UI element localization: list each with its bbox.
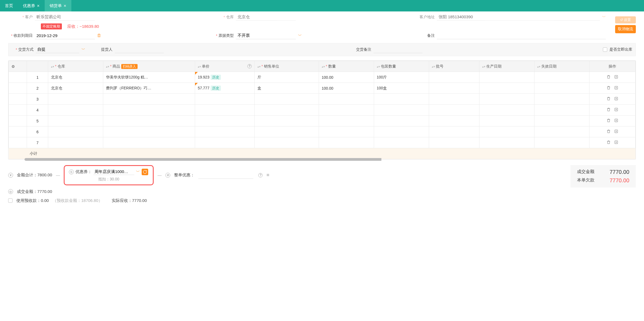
delete-icon[interactable] bbox=[606, 129, 611, 134]
subtotal-label: 小计 bbox=[30, 151, 37, 156]
required-icon: * bbox=[11, 34, 13, 38]
sort-icon[interactable]: ▴▾ bbox=[198, 66, 201, 67]
refresh-coupon-button[interactable] bbox=[142, 169, 148, 175]
horizontal-scrollbar[interactable] bbox=[25, 158, 619, 161]
table-row[interactable]: 5 bbox=[9, 116, 636, 126]
table-row[interactable]: 7 bbox=[9, 137, 636, 148]
chevron-down-icon[interactable]: ﹀ bbox=[298, 33, 302, 38]
picker-field[interactable] bbox=[115, 46, 164, 53]
summary-owed-value: 7770.00 bbox=[610, 177, 629, 184]
sort-icon[interactable]: ▴▾ bbox=[377, 66, 380, 67]
coupon-icon: ⎘ bbox=[69, 169, 74, 174]
sort-icon[interactable]: ▴▾ bbox=[257, 66, 261, 67]
chevron-down-icon[interactable]: ﹀ bbox=[602, 15, 606, 20]
due-date-field[interactable] bbox=[35, 32, 95, 39]
amount-total-value: 7800.00 bbox=[37, 172, 52, 177]
label-bill-type: 票据类型 bbox=[218, 33, 234, 38]
label-delivery-remark: 交货备注 bbox=[350, 47, 371, 52]
use-prepay-value: 0.00 bbox=[41, 198, 49, 203]
label-delivery-method: 交货方式 bbox=[18, 47, 34, 52]
delete-icon[interactable] bbox=[606, 96, 611, 101]
sort-icon[interactable]: ▴▾ bbox=[432, 66, 435, 67]
table-row[interactable]: 3 bbox=[9, 94, 636, 105]
coupon-highlight-box: ⎘ 优惠券： ﹀ 抵扣：30.00 bbox=[64, 165, 154, 185]
coupon-deduct-label: 抵扣： bbox=[98, 177, 110, 181]
add-row-icon[interactable] bbox=[614, 129, 618, 134]
bill-type-field[interactable] bbox=[236, 32, 296, 39]
col-prod-date[interactable]: 生产日期 bbox=[486, 64, 502, 68]
col-sale-unit[interactable]: 销售单位 bbox=[264, 64, 279, 68]
coupon-select[interactable] bbox=[93, 169, 134, 175]
scan-entry-badge[interactable]: 扫码录入 bbox=[121, 64, 138, 69]
add-row-icon[interactable] bbox=[614, 107, 618, 112]
col-exp-date[interactable]: 失效日期 bbox=[541, 64, 557, 68]
sort-icon[interactable]: ▴▾ bbox=[322, 66, 325, 67]
tabs-bar: 首页 优惠券✕ 销货单✕ bbox=[0, 0, 644, 11]
chevron-down-icon[interactable]: ﹀ bbox=[136, 169, 140, 174]
table-row[interactable]: 6 bbox=[9, 126, 636, 137]
delete-icon[interactable] bbox=[606, 75, 611, 79]
warehouse-field[interactable] bbox=[236, 14, 296, 21]
customer-address-field[interactable] bbox=[437, 14, 600, 21]
coupon-deduct-value: 30.00 bbox=[110, 177, 119, 181]
tab-sales-order[interactable]: 销货单✕ bbox=[45, 0, 71, 11]
table-row[interactable]: 1 北京仓 华美华夫软饼1200g 糕… 19.923历史 斤 100.00 1… bbox=[9, 72, 636, 83]
summary-deal-label: 成交金额 bbox=[577, 169, 594, 175]
delete-icon[interactable] bbox=[606, 86, 611, 90]
items-table: ⚙ ▴▾*仓库 ▴▾*商品扫码录入 ▴▾单价? ▴▾*销售单位 ▴▾*数量 ▴▾… bbox=[8, 60, 636, 159]
table-row[interactable]: 2 北京仓 费列罗（FERRERO）巧… 57.777历史 盒 100.00 1… bbox=[9, 83, 636, 94]
sort-icon[interactable]: ▴▾ bbox=[51, 66, 54, 67]
chevron-down-icon[interactable]: ﹀ bbox=[81, 47, 85, 52]
label-warehouse: 仓库 bbox=[226, 15, 234, 20]
amount-total-label: 金额合计： bbox=[17, 172, 37, 177]
tab-coupon[interactable]: 优惠券✕ bbox=[18, 0, 45, 11]
deal-amount-label: 成交金额： bbox=[17, 189, 37, 194]
prepay-balance: （预收款金额：18706.80） bbox=[53, 198, 102, 203]
use-prepay-checkbox[interactable] bbox=[8, 198, 13, 203]
use-prepay-label: 使用预收款： bbox=[16, 198, 41, 203]
delete-icon[interactable] bbox=[606, 118, 611, 123]
col-price[interactable]: 单价 bbox=[202, 64, 209, 68]
sort-icon[interactable]: ▴▾ bbox=[106, 66, 109, 67]
help-icon[interactable]: ? bbox=[258, 173, 263, 177]
sort-icon[interactable]: ▴▾ bbox=[482, 66, 485, 67]
summary-deal-value: 7770.00 bbox=[610, 169, 629, 175]
add-row-icon[interactable] bbox=[614, 140, 618, 144]
delivery-bar: *交货方式 ﹀ 提货人 交货备注 是否立即出库 bbox=[8, 43, 636, 56]
sort-icon[interactable]: ▴▾ bbox=[537, 66, 540, 67]
remark-field[interactable] bbox=[437, 32, 606, 39]
cancel-logistics-button[interactable]: 取消物流 bbox=[615, 25, 636, 33]
customer-field[interactable] bbox=[35, 14, 95, 21]
col-product[interactable]: 商品 bbox=[113, 64, 120, 68]
label-immediate-out: 是否立即出库 bbox=[609, 47, 632, 52]
delivery-remark-field[interactable] bbox=[373, 46, 423, 53]
delete-icon[interactable] bbox=[606, 140, 611, 144]
required-icon: * bbox=[16, 47, 17, 52]
footer-summary: 成交金额7770.00 本单欠款7770.00 bbox=[570, 165, 636, 187]
add-row-icon[interactable] bbox=[614, 118, 618, 123]
order-discount-label: 整单优惠： bbox=[174, 172, 195, 178]
add-row-icon[interactable] bbox=[614, 96, 618, 101]
calendar-icon[interactable]: 🗓 bbox=[97, 33, 101, 38]
coupon-label: 优惠券： bbox=[75, 169, 92, 174]
col-op: 操作 bbox=[590, 61, 636, 72]
gear-icon[interactable]: ⚙ bbox=[11, 64, 15, 69]
tab-home[interactable]: 首页 bbox=[0, 0, 18, 11]
help-icon[interactable]: ? bbox=[247, 64, 252, 68]
order-discount-field[interactable] bbox=[198, 172, 253, 179]
equals-icon: = bbox=[266, 172, 269, 178]
required-icon: * bbox=[224, 15, 225, 19]
immediate-out-checkbox[interactable] bbox=[603, 47, 607, 52]
col-batch[interactable]: 批号 bbox=[436, 64, 443, 68]
add-row-icon[interactable] bbox=[614, 86, 618, 90]
delete-icon[interactable] bbox=[606, 107, 611, 112]
add-row-icon[interactable] bbox=[614, 75, 618, 79]
col-pkg-qty[interactable]: 包装数量 bbox=[381, 64, 396, 68]
col-qty[interactable]: 数量 bbox=[328, 64, 336, 68]
table-row[interactable]: 4 bbox=[9, 105, 636, 116]
delivery-method-field[interactable] bbox=[36, 46, 79, 53]
close-icon[interactable]: ✕ bbox=[37, 4, 40, 8]
col-warehouse[interactable]: 仓库 bbox=[57, 64, 65, 68]
close-icon[interactable]: ✕ bbox=[63, 4, 66, 8]
label-picker: 提货人 bbox=[96, 47, 113, 52]
